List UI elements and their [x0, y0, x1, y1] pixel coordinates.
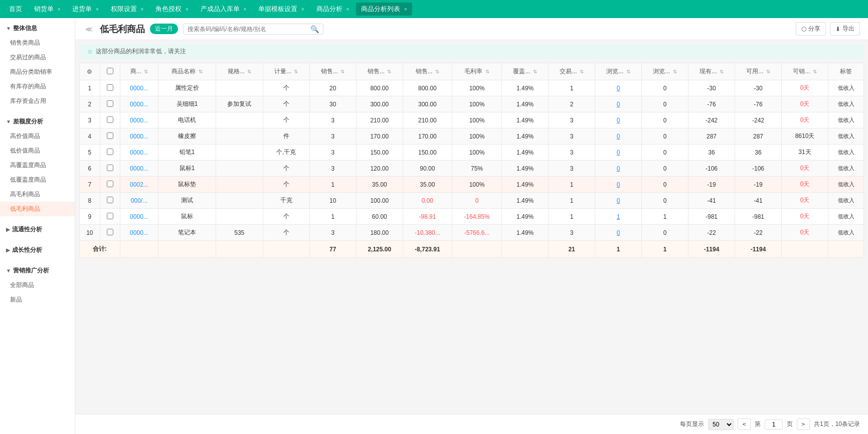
nav-home[interactable]: 首页 — [4, 3, 27, 16]
export-button[interactable]: ⬇ 导出 — [830, 22, 860, 36]
row-sales-qty: 3 — [309, 225, 356, 241]
sidebar-item-capital[interactable]: 库存资金占用 — [0, 94, 75, 108]
share-button[interactable]: ⬡ 分享 — [796, 22, 826, 36]
row-view1[interactable]: 0 — [595, 128, 642, 144]
row-checkbox[interactable] — [107, 84, 113, 91]
sidebar-item-sales-products[interactable]: 销售类商品 — [0, 36, 75, 50]
row-spec — [216, 144, 263, 161]
search-input[interactable] — [188, 26, 310, 33]
sidebar-item-new-products[interactable]: 新品 — [0, 293, 75, 307]
sidebar-item-in-stock[interactable]: 有库存的商品 — [0, 79, 75, 94]
nav-product-analysis-list[interactable]: 商品分析列表 × — [356, 3, 412, 16]
row-view1[interactable]: 0 — [595, 177, 642, 193]
sidebar-item-high-value[interactable]: 高价值商品 — [0, 129, 75, 143]
table-row: 1 0000... 属性定价 个 20 800.00 800.00 100% 1… — [80, 80, 864, 96]
row-available: -106 — [735, 161, 782, 177]
row-spec — [216, 177, 263, 193]
col-checkbox — [100, 63, 120, 80]
sidebar-item-category-rate[interactable]: 商品分类助销率 — [0, 65, 75, 79]
sidebar-item-high-margin[interactable]: 高毛利商品 — [0, 187, 75, 202]
row-view1[interactable]: 0 — [595, 225, 642, 241]
nav-sales[interactable]: 销货单 × — [29, 3, 65, 16]
total-view2: 1 — [642, 241, 688, 258]
select-all-checkbox[interactable] — [107, 68, 113, 74]
row-view1[interactable]: 0 — [595, 193, 642, 209]
page-label-pre: 第 — [755, 420, 761, 428]
nav-purchase[interactable]: 进货单 × — [67, 3, 103, 16]
page-number-input[interactable] — [765, 419, 783, 429]
sidebar-collapse-btn[interactable]: ≪ — [83, 25, 95, 33]
search-icon: 🔍 — [310, 25, 319, 33]
nav-template-settings[interactable]: 单据模板设置 × — [253, 3, 309, 16]
row-checkbox[interactable] — [107, 165, 113, 171]
row-code: 0000... — [120, 225, 158, 241]
prev-page-btn[interactable]: ＜ — [738, 418, 751, 430]
row-checkbox[interactable] — [107, 197, 113, 203]
row-checkbox[interactable] — [107, 181, 113, 187]
row-code: 0000... — [120, 144, 158, 161]
row-gross-rate: 100% — [452, 128, 501, 144]
sidebar-group-circulation[interactable]: ▶ 流通性分析 — [0, 222, 75, 237]
sidebar-item-low-margin[interactable]: 低毛利商品 — [0, 202, 75, 216]
period-button[interactable]: 近一月 — [150, 24, 178, 34]
nav-role-auth[interactable]: 角色授权 × — [150, 3, 193, 16]
row-checkbox[interactable] — [107, 229, 113, 235]
row-available: -19 — [735, 177, 782, 193]
sidebar-item-low-coverage[interactable]: 低覆盖度商品 — [0, 173, 75, 187]
sidebar-item-all-products[interactable]: 全部商品 — [0, 278, 75, 293]
export-icon: ⬇ — [835, 26, 840, 33]
page-size-select[interactable]: 50 100 200 — [708, 419, 734, 430]
row-gross-rate: -164.85% — [452, 209, 501, 225]
total-row: 合计: 77 2,125.00 -8,723.91 21 1 1 -1194 — [80, 241, 864, 258]
row-current: -106 — [688, 161, 735, 177]
nav-permissions[interactable]: 权限设置 × — [106, 3, 148, 16]
sidebar-item-traded[interactable]: 交易过的商品 — [0, 50, 75, 65]
row-checkbox[interactable] — [107, 132, 113, 139]
nav-product-storage[interactable]: 产成品入库单 × — [196, 3, 251, 16]
row-view1[interactable]: 1 — [595, 209, 642, 225]
sidebar-group-marketing[interactable]: ▼ 营销推广分析 — [0, 263, 75, 278]
row-current: -981 — [688, 209, 735, 225]
col-coverage: 覆盖... ⇅ — [502, 63, 549, 80]
nav-product-analysis[interactable]: 商品分析 × — [311, 3, 354, 16]
row-view1[interactable]: 0 — [595, 144, 642, 161]
sidebar-group-overall[interactable]: ▼ 整体信息 — [0, 21, 75, 36]
sidebar-group-dimension[interactable]: ▼ 差额度分析 — [0, 114, 75, 129]
row-view1[interactable]: 0 — [595, 161, 642, 177]
row-sales-profit: 0.00 — [403, 193, 452, 209]
sidebar-item-high-coverage[interactable]: 高覆盖度商品 — [0, 158, 75, 173]
col-settings[interactable]: ⚙ — [80, 63, 100, 80]
row-tag: 低收入 — [828, 128, 864, 144]
sidebar-item-low-value[interactable]: 低价值商品 — [0, 143, 75, 158]
row-view1[interactable]: 0 — [595, 96, 642, 112]
col-gross-rate: 毛利率 ⇅ — [452, 63, 501, 80]
row-transaction: 1 — [549, 209, 595, 225]
row-view1[interactable]: 0 — [595, 112, 642, 128]
row-num: 5 — [80, 144, 100, 161]
row-spec — [216, 209, 263, 225]
col-spec: 规格... ⇅ — [216, 63, 263, 80]
row-sales-qty: 10 — [309, 193, 356, 209]
row-code: 0002... — [120, 177, 158, 193]
row-view1[interactable]: 0 — [595, 80, 642, 96]
row-tag: 低收入 — [828, 144, 864, 161]
row-checkbox[interactable] — [107, 213, 113, 219]
table-container: ⚙ 商... ⇅ 商品名称 ⇅ 规格... ⇅ 计量... ⇅ 销售... ⇅ … — [75, 59, 868, 414]
total-transaction: 21 — [549, 241, 595, 258]
row-sellable: 0天 — [782, 112, 828, 128]
total-info: 共1页，10条记录 — [814, 420, 860, 428]
row-sales-qty: 30 — [309, 96, 356, 112]
data-table: ⚙ 商... ⇅ 商品名称 ⇅ 规格... ⇅ 计量... ⇅ 销售... ⇅ … — [79, 63, 864, 258]
next-page-btn[interactable]: ＞ — [797, 418, 810, 430]
row-num: 10 — [80, 225, 100, 241]
col-name: 商品名称 ⇅ — [158, 63, 216, 80]
row-coverage: 1.49% — [502, 144, 549, 161]
row-unit: 个 — [263, 209, 309, 225]
sidebar-group-growth[interactable]: ▶ 成长性分析 — [0, 243, 75, 257]
row-checkbox[interactable] — [107, 149, 113, 155]
row-spec — [216, 128, 263, 144]
row-checkbox[interactable] — [107, 116, 113, 123]
row-checkbox[interactable] — [107, 100, 113, 107]
row-current: -30 — [688, 80, 735, 96]
col-view1: 浏览... ⇅ — [595, 63, 642, 80]
